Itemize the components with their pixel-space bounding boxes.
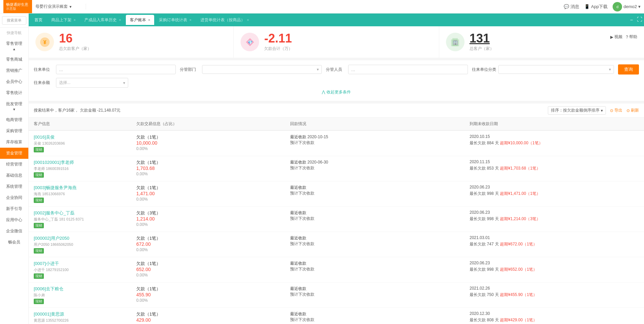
customer-category-select[interactable]: ▾ bbox=[498, 65, 614, 74]
chevron-down-icon: ▾ bbox=[317, 67, 319, 72]
company-select[interactable]: 母婴行业演示账套 ▾ bbox=[32, 4, 86, 9]
sidebar-item-batch-mgmt[interactable]: 批发管理 ▼ bbox=[0, 98, 28, 114]
customer-name-link[interactable]: [000001]黄思源 bbox=[34, 312, 64, 317]
chevron-down-icon: ▾ bbox=[601, 108, 603, 113]
sidebar-item-basic-info[interactable]: 基础信息 bbox=[0, 170, 28, 181]
debt-count: 欠款（1笔） bbox=[136, 185, 280, 191]
tab-customer-account[interactable]: 客户账本 × bbox=[126, 15, 154, 25]
overdue-amount[interactable]: 超期¥455.90（1笔） bbox=[500, 292, 537, 297]
app-icon: 📱 bbox=[584, 4, 590, 9]
export-icon: ⊙ bbox=[610, 108, 613, 113]
video-button[interactable]: ▶ 视频 bbox=[610, 34, 622, 40]
debt-amount[interactable]: 1,703.68 bbox=[136, 166, 280, 171]
debt-info-cell: 欠款（1笔） 10,000.00 0.00% bbox=[131, 130, 285, 156]
last-collection: 最近收款 bbox=[290, 286, 306, 292]
tab-close-icon[interactable]: × bbox=[247, 18, 249, 22]
customer-name-link[interactable]: [0002]服务中心_丁磊 bbox=[34, 210, 75, 215]
debt-amount[interactable]: 10,000.00 bbox=[136, 140, 280, 146]
sidebar-item-retail-stats[interactable]: 零售统计 bbox=[0, 87, 28, 98]
sidebar-item-enterprise-wx[interactable]: 企业微信 bbox=[0, 226, 28, 237]
th-customer: 客户信息 bbox=[29, 118, 131, 130]
sidebar-item-purchase[interactable]: 采购管理 bbox=[0, 125, 28, 137]
search-button[interactable]: 查询 bbox=[618, 64, 639, 75]
debt-amount[interactable]: 429.00 bbox=[136, 317, 280, 323]
customer-name-link[interactable]: [0007]小进千 bbox=[34, 261, 59, 266]
manager-input[interactable]: ... bbox=[348, 65, 468, 74]
debt-amount[interactable]: 652.00 bbox=[136, 267, 280, 272]
sort-select[interactable]: 排序：按欠款金额倒序排序 ▾ bbox=[548, 106, 606, 115]
tab-products-history[interactable]: 产成品入库单历史 × bbox=[80, 15, 125, 25]
last-collection: 最近收款 bbox=[290, 235, 306, 241]
app-download-button[interactable]: 📱 App下载 bbox=[584, 4, 608, 10]
customer-name-link[interactable]: [000002]用户2050 bbox=[34, 236, 69, 241]
customer-name-link[interactable]: [0016]吴俊 bbox=[34, 135, 55, 140]
overdue-days: 最长欠款 808 天 bbox=[470, 318, 500, 322]
stat-icon-3: 🏢 bbox=[446, 33, 465, 51]
collapse-button[interactable]: ⋀ 收起更多条件 bbox=[34, 88, 639, 97]
tab-products-off[interactable]: 商品上下架 × bbox=[47, 15, 80, 25]
tab-purchase-stats[interactable]: 进货单统计表（按商品） × bbox=[196, 15, 253, 25]
debt-amount[interactable]: 455.90 bbox=[136, 292, 280, 297]
table-row: [0003]畅捷服务尹海燕 海燕 18513066976 现销 欠款（1笔） 1… bbox=[29, 181, 644, 207]
tab-close-icon[interactable]: × bbox=[148, 18, 150, 22]
minimize-icon[interactable]: － bbox=[629, 17, 634, 24]
refresh-button[interactable]: ⊙ 刷新 bbox=[626, 108, 639, 113]
overdue-amount[interactable]: 超期¥1,214.00（3笔） bbox=[500, 216, 540, 221]
sidebar-item-new-guide[interactable]: 新手引导 bbox=[0, 203, 28, 214]
help-button[interactable]: ? 帮助 bbox=[626, 34, 637, 40]
sidebar-item-member-vip[interactable]: 畅会员 bbox=[0, 237, 28, 248]
debt-amount[interactable]: 672.00 bbox=[136, 241, 280, 247]
debt-info-cell: 欠款（1笔） 429.00 0.00% bbox=[131, 308, 285, 324]
debt-amount[interactable]: 1,471.00 bbox=[136, 191, 280, 196]
tab-home[interactable]: 首页 bbox=[30, 15, 47, 25]
customer-name-link[interactable]: [0003]畅捷服务尹海燕 bbox=[34, 185, 77, 190]
debt-pct: 0.00% bbox=[136, 197, 280, 202]
filter-customer-unit: 往来单位 ... bbox=[34, 65, 176, 74]
tab-close-icon[interactable]: × bbox=[74, 18, 76, 22]
sidebar-item-ecommerce[interactable]: 电商管理 bbox=[0, 114, 28, 125]
return-info-cell: 最近收款 预计下次收款 bbox=[285, 308, 465, 324]
overdue-amount[interactable]: 超期¥652.00（1笔） bbox=[500, 267, 537, 272]
total-customers-label: 总客户（家） bbox=[470, 46, 494, 52]
tab-purchase-order[interactable]: 采购订单统计表 × bbox=[155, 15, 195, 25]
sidebar-item-inventory[interactable]: 库存核算 bbox=[0, 137, 28, 148]
sidebar-item-marketing[interactable]: 营销推广 bbox=[0, 65, 28, 76]
sidebar-item-app-center[interactable]: 应用中心 bbox=[0, 214, 28, 226]
filter-balance: 往来余额 选择... ▾ bbox=[34, 78, 128, 88]
sidebar-search-area: 搜索菜单 bbox=[0, 13, 28, 28]
overdue-amount[interactable]: 超期¥672.00（1笔） bbox=[500, 242, 537, 246]
due-date-cell: 2020.06.23 最长欠款 998 天 超期¥1,214.00（3笔） bbox=[465, 207, 644, 232]
debt-amount[interactable]: 1,214.00 bbox=[136, 216, 280, 222]
debt-count: 欠款（1笔） bbox=[136, 311, 280, 317]
balance-select[interactable]: 选择... ▾ bbox=[56, 78, 128, 88]
return-info-cell: 最近收款 预计下次收款 bbox=[285, 257, 465, 283]
sidebar-item-members[interactable]: 会员中心 bbox=[0, 76, 28, 87]
overdue-amount[interactable]: 超期¥1,703.68（1笔） bbox=[500, 166, 540, 171]
search-menu-button[interactable]: 搜索菜单 bbox=[2, 16, 26, 25]
overdue-amount[interactable]: 超期¥429.00（1笔） bbox=[500, 318, 537, 322]
message-button[interactable]: 💬 消息 bbox=[564, 4, 579, 10]
customer-unit-input[interactable]: ... bbox=[56, 65, 176, 74]
tab-close-icon[interactable]: × bbox=[119, 18, 121, 22]
user-menu[interactable]: d demo2 ▾ bbox=[613, 2, 641, 11]
next-collection: 预计下次收款 bbox=[290, 140, 459, 146]
sidebar-item-retail-mall[interactable]: 零售商城 bbox=[0, 54, 28, 65]
filter-row-2: 往来余额 选择... ▾ bbox=[34, 78, 639, 88]
logo-text: 畅捷通好生意 示意版 bbox=[6, 2, 28, 11]
sidebar-item-system[interactable]: 系统管理 bbox=[0, 181, 28, 192]
sidebar-item-business[interactable]: 经营管理 bbox=[0, 159, 28, 170]
maximize-icon[interactable]: ⛶ bbox=[637, 17, 642, 24]
table-row: [0006]去下粮仓 陈小弟 现销 欠款（1笔） 455.90 0.00% 最近… bbox=[29, 283, 644, 308]
return-info-cell: 最近收款 2020-06-30 预计下次收款 bbox=[285, 156, 465, 181]
sidebar-item-retail-mgmt[interactable]: 零售管理 ▲ bbox=[0, 38, 28, 54]
sidebar-item-enterprise-coop[interactable]: 企业协同 bbox=[0, 192, 28, 203]
sidebar-item-finance[interactable]: 资金管理 bbox=[0, 148, 28, 159]
customer-name-link[interactable]: [0001020001]李老师 bbox=[34, 160, 74, 165]
avatar: d bbox=[613, 2, 622, 11]
customer-name-link[interactable]: [0006]去下粮仓 bbox=[34, 286, 63, 291]
department-select[interactable]: ▾ bbox=[202, 65, 322, 74]
overdue-amount[interactable]: 超期¥10,000.00（1笔） bbox=[500, 141, 543, 145]
export-button[interactable]: ⊙ 导出 bbox=[610, 108, 622, 113]
tab-close-icon[interactable]: × bbox=[189, 18, 191, 22]
overdue-amount[interactable]: 超期¥1,471.00（1笔） bbox=[500, 191, 540, 196]
